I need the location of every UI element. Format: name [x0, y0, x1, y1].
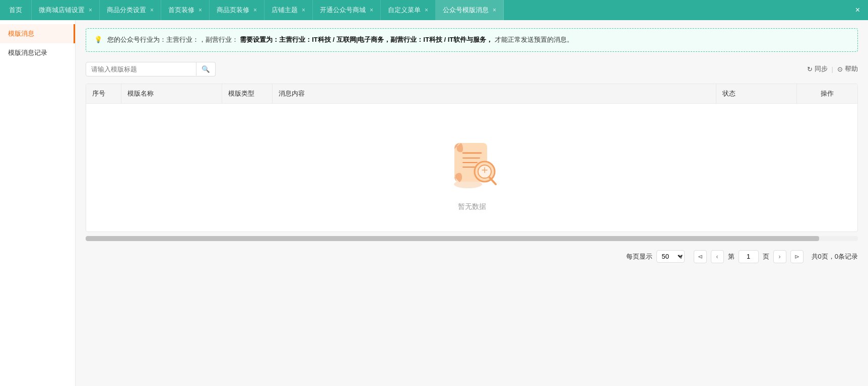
close-open-mall-icon[interactable]: ×	[370, 7, 373, 14]
close-shop-theme-icon[interactable]: ×	[302, 7, 305, 14]
last-page-icon: ⊳	[794, 253, 799, 260]
close-product-category-icon[interactable]: ×	[150, 7, 154, 14]
content-area: 💡 您的公众号行业为：主营行业：，副营行业： 需要设置为：主营行业：IT科技 /…	[76, 20, 868, 386]
scrollbar-thumb[interactable]	[86, 236, 819, 241]
sidebar-item-template-msg[interactable]: 模版消息	[0, 24, 75, 43]
next-page-button[interactable]: ›	[773, 250, 786, 263]
nav-tab-product-decor-label: 商品页装修	[217, 6, 249, 15]
search-right: ↻ 同步 | ⊙ 帮助	[807, 64, 858, 73]
nav-tab-weishop[interactable]: 微商城店铺设置 ×	[32, 0, 100, 20]
pagination: 每页显示 50 10 20 100 ∨ ⊲ ‹ 第 页 › ⊳ 共0	[86, 245, 858, 268]
search-button[interactable]: 🔍	[196, 62, 216, 76]
horizontal-scrollbar[interactable]	[86, 236, 858, 241]
close-product-decor-icon[interactable]: ×	[253, 7, 257, 14]
nav-tab-custom-menu[interactable]: 自定义菜单 ×	[381, 0, 436, 20]
nav-tab-open-mall[interactable]: 开通公众号商城 ×	[313, 0, 381, 20]
nav-tab-home[interactable]: 首页	[0, 0, 32, 20]
nav-tab-custom-menu-label: 自定义菜单	[388, 6, 421, 15]
th-seq: 序号	[86, 84, 121, 103]
nav-tab-shop-theme-label: 店铺主题	[272, 6, 298, 15]
sidebar-item-template-records[interactable]: 模版消息记录	[0, 43, 75, 62]
sidebar-item-template-records-label: 模版消息记录	[8, 49, 47, 56]
info-banner-suffix: 才能正常发送预置的消息。	[495, 36, 573, 43]
info-banner-highlight: 需要设置为：主营行业：IT科技 / 互联网|电子商务，副营行业：IT科技 / I…	[240, 36, 493, 43]
table-header: 序号 模版名称 模版类型 消息内容 状态 操作	[86, 84, 857, 104]
bulb-icon: 💡	[94, 36, 102, 43]
first-page-button[interactable]: ⊲	[694, 250, 707, 263]
help-button[interactable]: ⊙ 帮助	[837, 64, 858, 73]
close-home-decor-icon[interactable]: ×	[198, 7, 202, 14]
next-page-icon: ›	[779, 253, 781, 260]
nav-tab-shop-theme[interactable]: 店铺主题 ×	[264, 0, 313, 20]
nav-tab-product-decor[interactable]: 商品页装修 ×	[210, 0, 264, 20]
nav-tab-home-label: 首页	[9, 6, 22, 15]
help-icon: ⊙	[837, 65, 843, 73]
empty-illustration	[442, 134, 502, 194]
th-status: 状态	[716, 84, 797, 103]
empty-text: 暂无数据	[458, 202, 486, 211]
help-label: 帮助	[845, 64, 858, 73]
main-layout: 模版消息 模版消息记录 💡 您的公众号行业为：主营行业：，副营行业： 需要设置为…	[0, 20, 868, 386]
prev-page-icon: ‹	[716, 253, 718, 260]
per-page-select[interactable]: 50 10 20 100	[656, 250, 685, 263]
total-info-label: 共0页，0条记录	[812, 252, 858, 261]
sync-button[interactable]: ↻ 同步	[807, 64, 828, 73]
close-all-button[interactable]: ×	[847, 6, 868, 15]
th-name: 模版名称	[121, 84, 222, 103]
last-page-button[interactable]: ⊳	[790, 250, 804, 263]
divider: |	[832, 65, 833, 73]
nav-tab-product-category[interactable]: 商品分类设置 ×	[100, 0, 161, 20]
nav-tab-template-msg[interactable]: 公众号模版消息 ×	[436, 0, 504, 20]
empty-state: 暂无数据	[86, 104, 857, 231]
nav-tab-home-decor-label: 首页装修	[168, 6, 194, 15]
nav-tab-template-msg-label: 公众号模版消息	[443, 6, 489, 15]
nav-tab-open-mall-label: 开通公众号商城	[320, 6, 366, 15]
th-action: 操作	[797, 84, 857, 103]
sidebar: 模版消息 模版消息记录	[0, 20, 76, 386]
data-table: 序号 模版名称 模版类型 消息内容 状态 操作	[86, 84, 858, 232]
th-type: 模版类型	[222, 84, 273, 103]
prev-page-button[interactable]: ‹	[711, 250, 724, 263]
page-unit-label: 页	[763, 252, 769, 261]
first-page-icon: ⊲	[698, 253, 703, 260]
close-template-msg-icon[interactable]: ×	[493, 7, 496, 14]
info-banner: 💡 您的公众号行业为：主营行业：，副营行业： 需要设置为：主营行业：IT科技 /…	[86, 28, 858, 52]
close-custom-menu-icon[interactable]: ×	[425, 7, 428, 14]
sync-label: 同步	[815, 64, 828, 73]
th-content: 消息内容	[273, 84, 716, 103]
page-input[interactable]	[739, 250, 759, 263]
search-left: 🔍	[86, 62, 216, 76]
search-input[interactable]	[86, 62, 196, 76]
close-weishop-icon[interactable]: ×	[89, 7, 92, 14]
search-icon: 🔍	[202, 65, 210, 73]
per-page-label: 每页显示	[626, 252, 652, 261]
top-nav: 首页 微商城店铺设置 × 商品分类设置 × 首页装修 × 商品页装修 × 店铺主…	[0, 0, 868, 20]
info-banner-prefix: 您的公众号行业为：主营行业：，副营行业：	[107, 36, 238, 43]
nav-tab-product-category-label: 商品分类设置	[107, 6, 146, 15]
sync-icon: ↻	[807, 65, 813, 73]
nav-tab-home-decor[interactable]: 首页装修 ×	[161, 0, 210, 20]
nav-tab-weishop-label: 微商城店铺设置	[39, 6, 85, 15]
sidebar-item-template-msg-label: 模版消息	[8, 30, 34, 37]
search-bar: 🔍 ↻ 同步 | ⊙ 帮助	[86, 62, 858, 76]
page-prefix-label: 第	[728, 252, 735, 261]
